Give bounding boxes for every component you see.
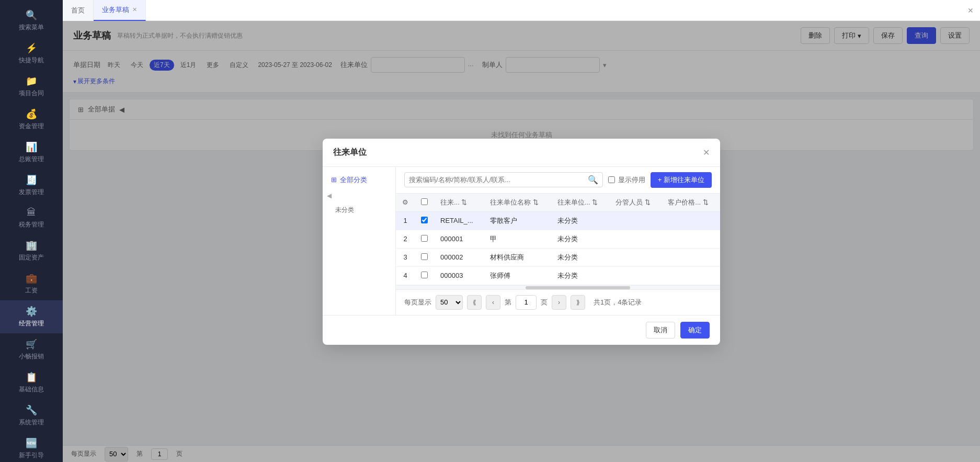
sidebar-item-label: 快捷导航	[19, 56, 44, 65]
tax-icon: 🏛	[27, 207, 36, 218]
row-manager	[609, 211, 662, 230]
page-suffix: 页	[541, 298, 548, 307]
col-code[interactable]: 往来... ⇅	[434, 194, 484, 212]
row-code: 000003	[434, 266, 484, 285]
dialog-sidebar-all[interactable]: ⊞ 全部分类	[323, 171, 395, 189]
dialog-sidebar-collapse[interactable]: ◀	[323, 189, 395, 202]
sidebar-item-label: 新手引导	[19, 451, 44, 460]
row-num: 2	[396, 230, 415, 248]
sidebar-item-retail[interactable]: 🛒 小畅报销	[0, 333, 63, 366]
dialog-sidebar: ⊞ 全部分类 ◀ 未分类	[323, 167, 396, 315]
row-check[interactable]	[415, 211, 434, 230]
add-partner-button[interactable]: + 新增往来单位	[651, 172, 712, 188]
page-prev-btn[interactable]: ‹	[486, 295, 500, 310]
sidebar-item-invoice[interactable]: 🧾 发票管理	[0, 169, 63, 202]
row-partner-name: 零散客户	[484, 211, 551, 230]
tab-home[interactable]: 首页	[63, 0, 94, 21]
dialog-sidebar-uncategorized[interactable]: 未分类	[323, 202, 395, 218]
row-check[interactable]	[415, 266, 434, 285]
dialog-pagination: 每页显示 50 20 100 ⟪ ‹ 第 页 ›	[396, 289, 720, 315]
sidebar-item-newguide[interactable]: 🆕 新手引导	[0, 432, 63, 462]
dialog-close-button[interactable]: ✕	[703, 148, 710, 157]
sidebar-item-label: 小畅报销	[19, 352, 44, 361]
select-all-checkbox[interactable]	[421, 198, 428, 205]
grid-small-icon: ⊞	[331, 176, 337, 184]
col-check[interactable]	[415, 194, 434, 212]
page-next-btn[interactable]: ›	[552, 295, 566, 310]
page-content: 业务草稿 草稿转为正式单据时，不会执行满赠促销优惠 删除 打印 ▾ 保存 查询 …	[63, 21, 980, 462]
table-row[interactable]: 4 000003 张师傅 未分类	[396, 266, 720, 285]
dialog-body: ⊞ 全部分类 ◀ 未分类	[323, 167, 720, 315]
row-num: 4	[396, 266, 415, 285]
row-price	[662, 248, 720, 266]
partner-table: ⚙ 往来... ⇅ 往来单位名称 ⇅ 往来单位... ⇅ 分管人员 ⇅ 客户价格…	[396, 194, 720, 285]
row-partner-name: 张师傅	[484, 266, 551, 285]
sidebar-item-label: 税务管理	[19, 220, 44, 229]
sidebar-item-label: 系统管理	[19, 418, 44, 427]
sidebar-item-label: 发票管理	[19, 188, 44, 197]
newguide-icon: 🆕	[26, 437, 37, 449]
sidebar-item-assets[interactable]: 🏢 固定资产	[0, 234, 63, 267]
table-row[interactable]: 1 RETAIL_... 零散客户 未分类	[396, 211, 720, 230]
col-name[interactable]: 往来单位名称 ⇅	[484, 194, 551, 212]
sidebar-item-search[interactable]: 🔍 搜索菜单	[0, 4, 63, 37]
col-category[interactable]: 往来单位... ⇅	[551, 194, 610, 212]
sidebar-item-quicknav[interactable]: ⚡ 快捷导航	[0, 37, 63, 70]
row-check[interactable]	[415, 230, 434, 248]
per-page-select[interactable]: 50 20 100	[436, 295, 463, 310]
row-category: 未分类	[551, 266, 610, 285]
sidebar-item-finance[interactable]: 💰 资金管理	[0, 103, 63, 136]
window-close-icon[interactable]: ✕	[967, 6, 974, 15]
main-area: 首页 业务草稿 ✕ ✕ 业务草稿 草稿转为正式单据时，不会执行满赠促销优惠 删除…	[63, 0, 980, 462]
sidebar-item-tax[interactable]: 🏛 税务管理	[0, 202, 63, 234]
row-check[interactable]	[415, 248, 434, 266]
row-num: 3	[396, 248, 415, 266]
search-icon: 🔍	[588, 175, 598, 185]
page-label: 第	[505, 298, 511, 307]
sidebar-item-label: 总账管理	[19, 155, 44, 164]
confirm-button[interactable]: 确定	[680, 322, 710, 339]
row-code: 000002	[434, 248, 484, 266]
show-disabled-checkbox[interactable]: 显示停用	[608, 175, 645, 185]
sysadmin-icon: 🔧	[26, 404, 37, 416]
per-page-label: 每页显示	[404, 298, 431, 307]
sidebar-item-project[interactable]: 📁 项目合同	[0, 70, 63, 103]
dialog-search-input[interactable]	[409, 176, 585, 184]
cancel-button[interactable]: 取消	[646, 322, 675, 339]
sidebar-item-ops[interactable]: ⚙️ 经营管理	[0, 300, 63, 333]
dialog-search-box: 🔍	[404, 172, 603, 187]
sidebar-item-salary[interactable]: 💼 工资	[0, 267, 63, 300]
sidebar-item-basic[interactable]: 📋 基础信息	[0, 366, 63, 399]
col-price[interactable]: 客户价格... ⇅	[662, 194, 720, 212]
tab-draft-close[interactable]: ✕	[132, 6, 137, 13]
tab-draft-label: 业务草稿	[102, 5, 129, 15]
row-price	[662, 230, 720, 248]
basic-icon: 📋	[26, 371, 37, 383]
table-row[interactable]: 2 000001 甲 未分类	[396, 230, 720, 248]
ops-icon: ⚙️	[26, 306, 37, 317]
table-row[interactable]: 3 000002 材料供应商 未分类	[396, 248, 720, 266]
col-settings[interactable]: ⚙	[396, 194, 415, 212]
row-manager	[609, 230, 662, 248]
sidebar-item-label: 工资	[25, 286, 38, 295]
dialog-main: 🔍 显示停用 + 新增往来单位	[396, 167, 720, 315]
tab-draft[interactable]: 业务草稿 ✕	[94, 0, 146, 21]
sidebar-item-label: 基础信息	[19, 385, 44, 394]
page-first-btn[interactable]: ⟪	[467, 295, 482, 310]
show-disabled-check[interactable]	[608, 176, 615, 183]
tab-home-label: 首页	[71, 6, 85, 15]
page-last-btn[interactable]: ⟫	[571, 295, 585, 310]
page-number-input[interactable]	[516, 295, 537, 310]
accounting-icon: 📊	[26, 141, 37, 153]
row-code: 000001	[434, 230, 484, 248]
sidebar-item-accounting[interactable]: 📊 总账管理	[0, 136, 63, 169]
invoice-icon: 🧾	[26, 174, 37, 186]
row-category: 未分类	[551, 230, 610, 248]
dialog-overlay: 往来单位 ✕ ⊞ 全部分类 ◀ 未分类	[63, 21, 980, 462]
dialog-footer: 取消 确定	[323, 315, 720, 345]
col-manager[interactable]: 分管人员 ⇅	[609, 194, 662, 212]
row-category: 未分类	[551, 248, 610, 266]
sidebar-item-sysadmin[interactable]: 🔧 系统管理	[0, 399, 63, 432]
finance-icon: 💰	[26, 108, 37, 120]
row-price	[662, 266, 720, 285]
